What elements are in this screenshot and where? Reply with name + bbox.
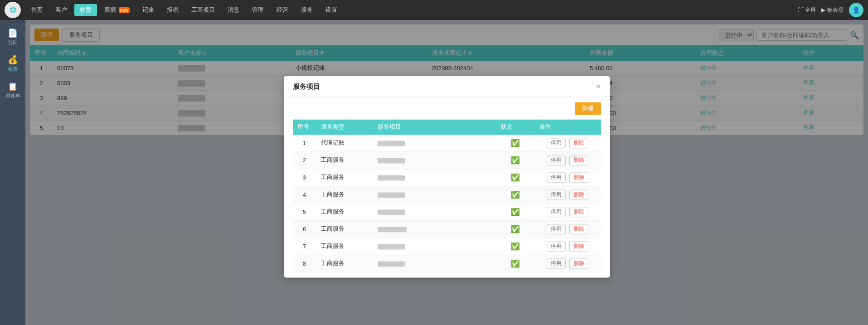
- modal-th-item: 服务项目: [373, 119, 496, 135]
- modal-cell-seq: 1: [293, 135, 316, 152]
- modal-cell-status: ✅: [496, 238, 534, 255]
- status-icon: ✅: [511, 156, 520, 164]
- modal-cell-action: 停用 删除: [534, 255, 601, 272]
- service-modal: 服务项目 × 新建 序号 服务类型 服务项目 状态: [284, 76, 610, 277]
- modal-cell-status: ✅: [496, 169, 534, 186]
- modal-new-button[interactable]: 新建: [575, 102, 601, 115]
- nav-accounting[interactable]: 记账: [137, 4, 160, 16]
- list-item: 4 工商服务 ✅ 停用 删除: [293, 186, 601, 203]
- nav-invoice[interactable]: 票据 new: [99, 4, 135, 16]
- stop-button[interactable]: 停用: [547, 138, 566, 148]
- stop-button[interactable]: 停用: [547, 241, 566, 252]
- modal-cell-action: 停用 删除: [534, 186, 601, 203]
- modal-cell-item: [373, 186, 496, 203]
- list-item: 2 工商服务 ✅ 停用 删除: [293, 151, 601, 169]
- modal-cell-action: 停用 删除: [534, 238, 601, 255]
- status-icon: ✅: [511, 243, 520, 250]
- modal-title: 服务项目: [293, 82, 320, 91]
- status-icon: ✅: [511, 174, 520, 181]
- fullscreen-icon: ⛶: [798, 7, 803, 13]
- modal-cell-type: 代理记账: [316, 135, 373, 152]
- member-icon: ▶: [821, 7, 825, 13]
- modal-cell-status: ✅: [496, 255, 534, 272]
- stop-button[interactable]: 停用: [547, 207, 566, 217]
- modal-cell-action: 停用 删除: [534, 151, 601, 169]
- nav-message[interactable]: 消息: [222, 4, 245, 16]
- delete-button[interactable]: 删除: [569, 207, 588, 217]
- nav-tax[interactable]: 报税: [161, 4, 184, 16]
- stop-button[interactable]: 停用: [547, 189, 566, 200]
- statement-icon: 📋: [8, 82, 18, 92]
- delete-button[interactable]: 删除: [569, 189, 588, 200]
- nav-business[interactable]: 工商项目: [186, 4, 220, 16]
- modal-cell-type: 工商服务: [316, 151, 373, 169]
- modal-cell-status: ✅: [496, 220, 534, 238]
- modal-cell-seq: 4: [293, 186, 316, 203]
- delete-button[interactable]: 删除: [569, 241, 588, 252]
- stop-button[interactable]: 停用: [547, 224, 566, 234]
- modal-cell-action: 停用 删除: [534, 220, 601, 238]
- modal-cell-item: [373, 238, 496, 255]
- nav-service[interactable]: 服务: [296, 4, 318, 16]
- fullscreen-button[interactable]: ⛶ 全屏: [798, 6, 816, 14]
- new-badge: new: [119, 7, 130, 13]
- modal-cell-type: 工商服务: [316, 220, 373, 238]
- modal-cell-item: [373, 203, 496, 220]
- modal-cell-seq: 2: [293, 151, 316, 169]
- main-content: 新增 服务项目 进行中 已完成 已终止 🔍 序号 合同编码: [25, 20, 868, 325]
- sidebar-item-statement[interactable]: 📋 对账单: [2, 78, 24, 103]
- modal-cell-seq: 7: [293, 238, 316, 255]
- sidebar-item-charge[interactable]: 💰 收费: [2, 51, 24, 76]
- stop-button[interactable]: 停用: [547, 155, 566, 165]
- delete-button[interactable]: 删除: [569, 138, 588, 148]
- member-button[interactable]: ▶ 畅会员: [821, 6, 844, 14]
- nav-settings[interactable]: 设置: [320, 4, 343, 16]
- status-icon: ✅: [511, 139, 520, 147]
- status-icon: ✅: [511, 225, 520, 233]
- stop-button[interactable]: 停用: [547, 172, 566, 183]
- modal-cell-action: 停用 删除: [534, 169, 601, 186]
- avatar[interactable]: 👤: [849, 3, 863, 17]
- modal-cell-action: 停用 删除: [534, 203, 601, 220]
- contract-icon: 📄: [8, 28, 18, 38]
- modal-close-button[interactable]: ×: [596, 82, 601, 92]
- list-item: 3 工商服务 ✅ 停用 删除: [293, 169, 601, 186]
- modal-th-status: 状态: [496, 119, 534, 135]
- delete-button[interactable]: 删除: [569, 258, 588, 269]
- list-item: 1 代理记账 ✅ 停用 删除: [293, 135, 601, 152]
- sidebar-item-contract[interactable]: 📄 合同: [2, 24, 24, 49]
- modal-cell-item: [373, 151, 496, 169]
- list-item: 7 工商服务 ✅ 停用 删除: [293, 238, 601, 255]
- status-icon: ✅: [511, 208, 520, 216]
- modal-cell-item: [373, 255, 496, 272]
- modal-cell-type: 工商服务: [316, 169, 373, 186]
- delete-button[interactable]: 删除: [569, 224, 588, 234]
- delete-button[interactable]: 删除: [569, 155, 588, 165]
- nav-items: 首页 客户 收费 票据 new 记账 报税 工商项目 消息 管理 经营 服务 设…: [25, 4, 798, 16]
- list-item: 6 工商服务 ✅ 停用 删除: [293, 220, 601, 238]
- nav-customer[interactable]: 客户: [50, 4, 73, 16]
- sidebar: 📄 合同 💰 收费 📋 对账单: [0, 20, 25, 325]
- nav-home[interactable]: 首页: [25, 4, 48, 16]
- status-icon: ✅: [511, 191, 520, 199]
- delete-button[interactable]: 删除: [569, 172, 588, 183]
- modal-cell-item: [373, 135, 496, 152]
- modal-cell-type: 工商服务: [316, 238, 373, 255]
- layout: 📄 合同 💰 收费 📋 对账单 新增 服务项目 进行中 已完成 已终止: [0, 20, 868, 325]
- modal-cell-action: 停用 删除: [534, 135, 601, 152]
- modal-cell-status: ✅: [496, 186, 534, 203]
- modal-cell-type: 工商服务: [316, 255, 373, 272]
- modal-table: 序号 服务类型 服务项目 状态 操作 1 代理记账 ✅: [293, 119, 601, 272]
- logo: ✿: [5, 2, 21, 18]
- modal-cell-seq: 8: [293, 255, 316, 272]
- right-area: ⛶ 全屏 ▶ 畅会员 👤: [798, 3, 863, 17]
- modal-cell-seq: 3: [293, 169, 316, 186]
- modal-cell-status: ✅: [496, 203, 534, 220]
- nav-manage[interactable]: 管理: [247, 4, 269, 16]
- charge-icon: 💰: [8, 55, 18, 65]
- modal-th-seq: 序号: [293, 119, 316, 135]
- nav-charge[interactable]: 收费: [74, 4, 97, 16]
- modal-body: 新建 序号 服务类型 服务项目 状态 操作: [284, 97, 610, 277]
- nav-operation[interactable]: 经营: [271, 4, 294, 16]
- stop-button[interactable]: 停用: [547, 258, 566, 269]
